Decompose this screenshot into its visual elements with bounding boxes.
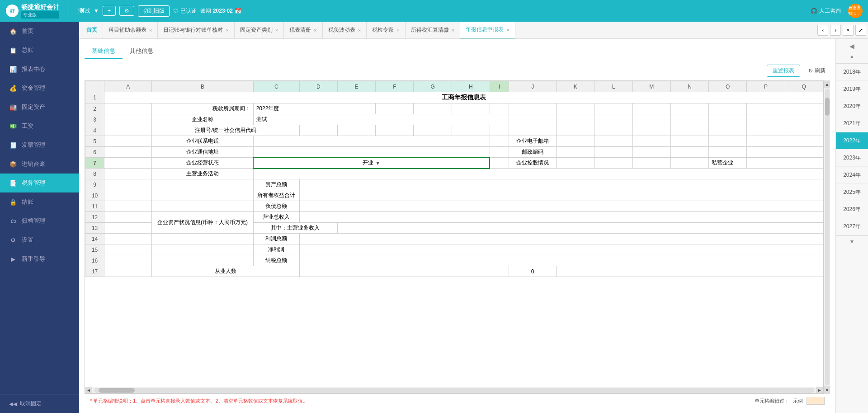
cell-14d[interactable] <box>299 234 823 244</box>
cell-5k[interactable] <box>557 136 594 147</box>
cell-3c[interactable]: 测试 <box>253 114 509 125</box>
h-scroll-right-btn[interactable]: ► <box>816 387 823 394</box>
v-scroll-thumb[interactable] <box>825 98 830 116</box>
year-down-btn[interactable]: ▼ <box>836 235 868 248</box>
year-2025[interactable]: 2025年 <box>836 184 868 201</box>
consult-btn[interactable]: 🎧 人工咨询 <box>811 7 841 15</box>
tab-prev-btn[interactable]: ‹ <box>817 25 828 36</box>
sidebar-item-invoice[interactable]: 🧾 发票管理 <box>0 136 79 155</box>
gear-button[interactable]: ⚙ <box>119 6 134 16</box>
tab-close-icon-7[interactable]: × <box>452 28 454 33</box>
cell-5c[interactable] <box>253 136 490 147</box>
sidebar-item-tax[interactable]: 📑 税务管理 <box>0 174 79 192</box>
cell-17b: 从业人数 <box>152 266 299 277</box>
cell-8c[interactable] <box>253 169 823 179</box>
cell-2c[interactable]: 2022年度 <box>253 103 376 114</box>
tab-annual-report[interactable]: 年报信息申报表 × <box>460 22 515 39</box>
sidebar-item-report[interactable]: 📊 报表中心 <box>0 60 79 79</box>
year-2027[interactable]: 2027年 <box>836 218 868 235</box>
calendar-icon[interactable]: 📅 <box>235 8 241 14</box>
tab-close-icon-6[interactable]: × <box>396 28 399 33</box>
tab-tax-expert[interactable]: 税检专家 × <box>367 22 405 39</box>
row-num-2: 2 <box>85 103 104 114</box>
tab-fixed-type[interactable]: 固定资产类别 × <box>235 22 284 39</box>
tab-tax-list[interactable]: 税表清册 × <box>284 22 322 39</box>
tab-expand-btn[interactable]: ⤢ <box>855 25 866 36</box>
cell-10d[interactable] <box>299 190 823 201</box>
tab-close-all-btn[interactable]: × <box>843 25 854 36</box>
year-2026[interactable]: 2026年 <box>836 201 868 218</box>
year-up-btn[interactable]: ▲ <box>848 52 857 61</box>
h-scroll-left-btn[interactable]: ◄ <box>85 387 92 394</box>
tab-close-icon-2[interactable]: × <box>226 28 228 33</box>
tab-home[interactable]: 首页 <box>81 22 103 39</box>
sidebar-item-guide[interactable]: ▶ 新手引导 <box>0 249 79 268</box>
year-2024[interactable]: 2024年 <box>836 167 868 184</box>
year-2020[interactable]: 2020年 <box>836 98 868 115</box>
add-button[interactable]: + <box>103 6 116 16</box>
tab-close-icon-1[interactable]: × <box>149 28 152 33</box>
v-scroll-track[interactable] <box>825 89 830 385</box>
cell-13e[interactable] <box>338 223 823 234</box>
cell-6c[interactable] <box>253 147 490 158</box>
sidebar-item-home[interactable]: 🏠 首页 <box>0 22 79 41</box>
sidebar-item-ledger[interactable]: 📋 总账 <box>0 41 79 60</box>
tab-close-icon-5[interactable]: × <box>358 28 361 33</box>
cell-17d[interactable] <box>299 266 509 277</box>
sidebar-item-salary[interactable]: 💵 工资 <box>0 117 79 136</box>
sidebar-item-archive[interactable]: 🗂 归档管理 <box>0 211 79 230</box>
cell-17j[interactable]: 0 <box>509 266 556 277</box>
sidebar-item-assets[interactable]: 🏭 固定资产 <box>0 98 79 117</box>
refresh-btn[interactable]: ↻ 刷新 <box>804 65 830 77</box>
reset-report-btn[interactable]: 重置报表 <box>767 65 800 77</box>
year-2021[interactable]: 2021年 <box>836 115 868 132</box>
cell-16d[interactable] <box>299 255 823 266</box>
sidebar-item-close[interactable]: 🔒 结账 <box>0 192 79 211</box>
sub-tab-basic[interactable]: 基础信息 <box>85 44 123 59</box>
cell-7c-dropdown[interactable]: 开业 ▼ <box>253 158 490 169</box>
cell-title[interactable]: 工商年报信息表 <box>104 92 823 103</box>
cell-15d[interactable] <box>299 244 823 255</box>
avatar[interactable]: 畅捷通B组… <box>848 4 863 18</box>
cell-9d[interactable] <box>299 179 823 190</box>
h-scroll-area[interactable]: ◄ ► <box>85 387 823 393</box>
v-scroll-down-btn[interactable]: ▼ <box>824 386 830 394</box>
company-dropdown-icon[interactable]: ▼ <box>94 8 99 14</box>
tab-journal[interactable]: 日记账与银行对账单核对 × <box>158 22 234 39</box>
tab-close-icon-3[interactable]: × <box>275 28 278 33</box>
year-2022[interactable]: 2022年 <box>836 132 868 150</box>
switch-old-btn[interactable]: 切到旧版 <box>138 5 170 17</box>
cell-12d[interactable] <box>299 212 823 223</box>
cell-11d[interactable] <box>299 201 823 212</box>
tab-tax-wave[interactable]: 税负波动表 × <box>323 22 367 39</box>
cell-4d[interactable] <box>299 125 337 136</box>
cell-11c: 负债总额 <box>253 201 299 212</box>
tab-close-icon-4[interactable]: × <box>314 28 316 33</box>
cell-4e <box>338 125 376 136</box>
dropdown-arrow-icon[interactable]: ▼ <box>375 160 381 166</box>
cancel-fixed-btn[interactable]: ◀◀ 取消固定 <box>0 394 79 413</box>
sidebar-item-purchase[interactable]: 📦 进销台账 <box>0 155 79 174</box>
cell-7j: 企业控股情况 <box>509 158 556 169</box>
v-scroll-up-btn[interactable]: ▲ <box>824 80 830 88</box>
row-12: 12 企业资产状况信息(币种：人民币万元) 营业总收入 <box>85 212 823 223</box>
sub-tab-other[interactable]: 其他信息 <box>123 44 160 59</box>
tab-subject[interactable]: 科目辅助余额表 × <box>103 22 158 39</box>
spreadsheet-inner[interactable]: A B C D E F G H <box>85 81 823 387</box>
status-note: * 单元格编辑说明：1、点击单元格直接录入数值或文本。2、清空单元格数值或文本恢… <box>90 398 308 404</box>
cell-17k[interactable] <box>557 266 823 277</box>
h-scroll-track[interactable] <box>94 388 814 393</box>
sidebar-item-finance[interactable]: 💰 资金管理 <box>0 79 79 98</box>
tab-close-icon-8[interactable]: × <box>506 27 509 33</box>
tab-income-tax[interactable]: 所得税汇算清缴 × <box>406 22 460 39</box>
year-collapse-btn[interactable]: ◀ <box>848 41 856 52</box>
sidebar-item-settings[interactable]: ⚙ 设置 <box>0 230 79 249</box>
year-2023[interactable]: 2023年 <box>836 150 868 167</box>
year-2019[interactable]: 2019年 <box>836 81 868 98</box>
cell-6k[interactable] <box>557 147 594 158</box>
row-3: 3 企业名称 测试 <box>85 114 823 125</box>
tab-next-btn[interactable]: › <box>830 25 841 36</box>
h-scroll-thumb[interactable] <box>99 388 135 393</box>
row-5: 5 企业联系电话 企业电子邮箱 <box>85 136 823 147</box>
year-2018[interactable]: 2018年 <box>836 64 868 81</box>
